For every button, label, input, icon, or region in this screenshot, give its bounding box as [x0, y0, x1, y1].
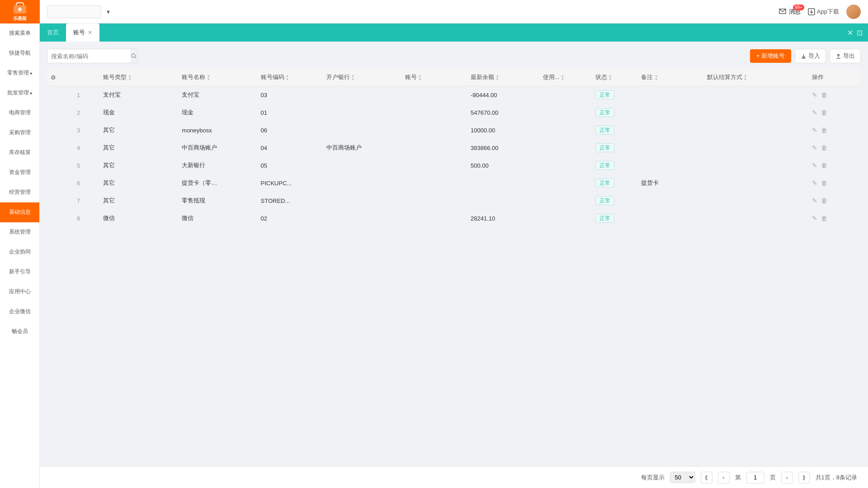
table-row: 7 其它 零售抵现 STORED... 正常 ✎ 🗑: [47, 192, 861, 210]
col-settings[interactable]: ⚙: [47, 69, 73, 86]
delete-icon[interactable]: 🗑: [821, 144, 827, 151]
page-next-button[interactable]: ›: [781, 472, 793, 483]
col-note[interactable]: 备注▲▼: [637, 69, 703, 86]
toolbar-right: + 新增账号 导入 导出: [750, 49, 861, 63]
row-usage-cell: [539, 174, 592, 192]
sidebar-logo: 乐惠版: [0, 0, 40, 23]
edit-icon[interactable]: ✎: [812, 215, 817, 222]
row-note-cell: [637, 192, 703, 210]
col-status[interactable]: 状态▲▼: [592, 69, 638, 86]
tabbar-expand-icon[interactable]: ⊡: [857, 28, 863, 37]
row-note-cell: [637, 104, 703, 122]
delete-icon[interactable]: 🗑: [821, 162, 827, 169]
sidebar-item-basic-info[interactable]: 基础信息: [0, 202, 39, 222]
sort-icon: ▲▼: [654, 74, 658, 81]
table-row: 2 现金 现金 01 547670.00 正常 ✎ 🗑: [47, 104, 861, 122]
content-wrapper: + 新增账号 导入 导出: [40, 42, 868, 488]
user-avatar[interactable]: [846, 5, 861, 19]
sidebar-item-search-menu[interactable]: 搜索菜单: [0, 23, 39, 43]
delete-icon[interactable]: 🗑: [821, 91, 827, 99]
export-button[interactable]: 导出: [830, 49, 861, 63]
col-settlement[interactable]: 默认结算方式▲▼: [703, 69, 808, 86]
status-badge: 正常: [595, 214, 614, 223]
tab-account-close-icon[interactable]: ✕: [88, 29, 92, 36]
row-balance-cell: 547670.00: [467, 104, 539, 122]
import-button[interactable]: 导入: [795, 49, 826, 63]
delete-icon[interactable]: 🗑: [821, 215, 827, 222]
row-type-cell: 现金: [99, 104, 178, 122]
row-num-cell: 2: [73, 104, 99, 122]
search-input[interactable]: [47, 49, 131, 63]
sidebar-item-inventory[interactable]: 库存核算: [0, 143, 39, 163]
topbar-dropdown-icon[interactable]: ▾: [107, 8, 110, 15]
sidebar-item-app-center[interactable]: 应用中心: [0, 282, 39, 302]
page-size-label: 每页显示: [641, 474, 665, 482]
table-row: 6 其它 提货卡（零… PICKUPC... 正常 提货卡 ✎ 🗑: [47, 174, 861, 192]
page-first-button[interactable]: ⟪: [701, 472, 712, 483]
app-download-button[interactable]: App下载: [808, 8, 839, 16]
edit-icon[interactable]: ✎: [812, 109, 817, 116]
sidebar-item-purchase-mgmt[interactable]: 采购管理: [0, 123, 39, 143]
sidebar-item-vip[interactable]: 畅会员: [0, 322, 39, 342]
sidebar-item-fund-mgmt[interactable]: 资金管理: [0, 163, 39, 183]
edit-icon[interactable]: ✎: [812, 197, 817, 204]
delete-icon[interactable]: 🗑: [821, 197, 827, 204]
sidebar-item-wholesale-mgmt[interactable]: 批发管理 ▾: [0, 83, 39, 103]
row-balance-cell: 10000.00: [467, 122, 539, 139]
row-usage-cell: [539, 122, 592, 139]
row-num-cell: 5: [73, 157, 99, 174]
col-account[interactable]: 账号▲▼: [401, 69, 467, 86]
col-code[interactable]: 账号编码▲▼: [257, 69, 323, 86]
topbar-search-input[interactable]: [47, 5, 101, 18]
row-bank-cell: [323, 86, 401, 104]
page-last-button[interactable]: ⟫: [798, 472, 810, 483]
delete-icon[interactable]: 🗑: [821, 179, 827, 187]
page-prev-button[interactable]: ‹: [718, 472, 730, 483]
row-name-cell: 提货卡（零…: [178, 174, 257, 192]
edit-icon[interactable]: ✎: [812, 127, 817, 134]
row-type-cell: 其它: [99, 157, 178, 174]
sidebar-item-quick-nav[interactable]: 快捷导航: [0, 43, 39, 63]
edit-icon[interactable]: ✎: [812, 179, 817, 187]
col-usage[interactable]: 使用...▲▼: [539, 69, 592, 86]
row-status-cell: 正常: [592, 122, 638, 139]
tabbar-close-icon[interactable]: ✕: [847, 28, 853, 37]
delete-icon[interactable]: 🗑: [821, 127, 827, 134]
row-op-cell: ✎ 🗑: [808, 122, 861, 139]
sidebar-item-sys-mgmt[interactable]: 系统管理: [0, 222, 39, 242]
sidebar-item-retail-mgmt[interactable]: 零售管理 ▾: [0, 63, 39, 83]
row-settings-cell: [47, 86, 73, 104]
row-status-cell: 正常: [592, 157, 638, 174]
add-account-label: + 新增账号: [756, 52, 785, 60]
table-row: 5 其它 大新银行 05 500.00 正常 ✎ 🗑: [47, 157, 861, 174]
edit-icon[interactable]: ✎: [812, 162, 817, 169]
delete-icon[interactable]: 🗑: [821, 109, 827, 116]
sidebar-item-enterprise-wechat[interactable]: 企业微信: [0, 302, 39, 322]
row-bank-cell: [323, 192, 401, 210]
row-op-cell: ✎ 🗑: [808, 104, 861, 122]
row-usage-cell: [539, 86, 592, 104]
sidebar-item-ecommerce-mgmt[interactable]: 电商管理: [0, 103, 39, 123]
tab-home[interactable]: 首页: [40, 23, 66, 42]
table-header-row: ⚙ 账号类型▲▼ 账号名称▲▼ 账号编码▲▼ 开户银行: [47, 69, 861, 86]
edit-icon[interactable]: ✎: [812, 91, 817, 99]
col-name[interactable]: 账号名称▲▼: [178, 69, 257, 86]
col-type[interactable]: 账号类型▲▼: [99, 69, 178, 86]
message-button[interactable]: 消息 99+: [778, 7, 801, 16]
sort-icon: ▲▼: [351, 74, 355, 81]
edit-icon[interactable]: ✎: [812, 144, 817, 151]
page-size-select[interactable]: 50 10 20 100: [670, 472, 695, 483]
search-button[interactable]: [131, 49, 137, 63]
main-area: ▾ 消息 99+ App下载 首页: [40, 0, 868, 488]
add-account-button[interactable]: + 新增账号: [750, 49, 791, 63]
tab-account[interactable]: 账号 ✕: [66, 23, 99, 42]
sidebar-item-new-guide[interactable]: 新手引导: [0, 262, 39, 282]
import-icon: [801, 53, 807, 59]
row-balance-cell: -90444.00: [467, 86, 539, 104]
col-balance[interactable]: 最新余额▲▼: [467, 69, 539, 86]
col-bank[interactable]: 开户银行▲▼: [323, 69, 401, 86]
sidebar-item-enterprise[interactable]: 企业协同: [0, 242, 39, 262]
sidebar-item-ops-mgmt[interactable]: 经营管理: [0, 183, 39, 202]
page-number-input[interactable]: [746, 472, 764, 483]
row-type-cell: 其它: [99, 122, 178, 139]
